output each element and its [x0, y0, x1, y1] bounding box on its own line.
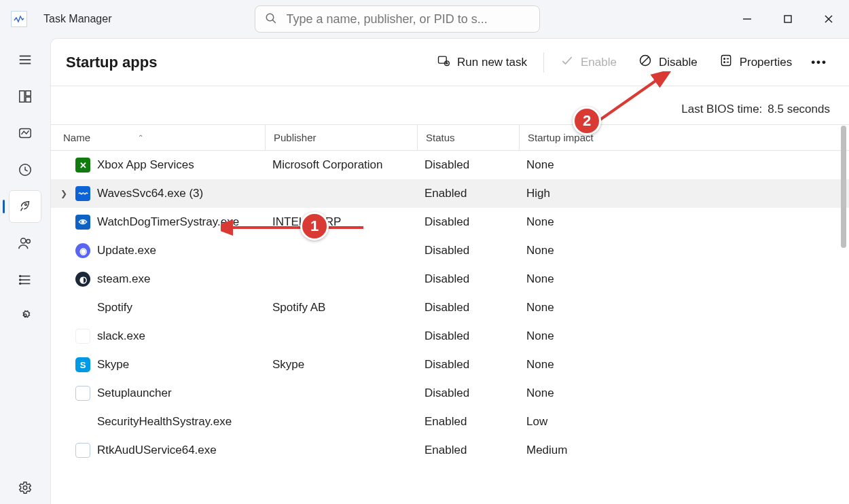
nav-services[interactable] [9, 300, 41, 333]
table-row[interactable]: ▭SetuplauncherDisabledNone [51, 379, 849, 408]
row-status: Disabled [418, 386, 520, 400]
row-impact: None [520, 386, 621, 400]
chevron-right-icon[interactable]: ❯ [59, 189, 69, 198]
row-name: SecurityHealthSystray.exe [97, 415, 232, 429]
disable-button[interactable]: Disable [629, 48, 707, 76]
app-row-icon: ◐ [75, 272, 90, 287]
bios-label: Last BIOS time: [681, 103, 762, 116]
table-row[interactable]: 🛡SecurityHealthSystray.exeEnabledLow [51, 408, 849, 436]
row-status: Disabled [418, 329, 520, 343]
table-row[interactable]: ▭RtkAudUService64.exeEnabledMedium [51, 436, 849, 465]
row-name: Xbox App Services [97, 158, 194, 172]
minimize-button[interactable] [727, 0, 767, 38]
row-publisher: Skype [266, 358, 418, 372]
row-name: WavesSvc64.exe (3) [97, 187, 203, 200]
svg-point-14 [25, 204, 27, 206]
enable-label: Enable [581, 56, 617, 69]
more-button[interactable]: ••• [804, 50, 834, 75]
scrollbar[interactable] [841, 126, 846, 248]
table-row[interactable]: ⁜slack.exeDisabledNone [51, 322, 849, 350]
row-status: Disabled [418, 358, 520, 372]
column-name[interactable]: Name ⌃ [51, 125, 266, 150]
search-box[interactable] [255, 5, 540, 33]
row-name: Update.exe [97, 244, 156, 257]
svg-point-32 [723, 58, 725, 60]
row-status: Enabled [418, 444, 520, 457]
table-row[interactable]: ◐steam.exeDisabledNone [51, 265, 849, 293]
app-row-icon: ◉ [75, 243, 90, 258]
window-title: Task Manager [43, 13, 112, 25]
window-controls [727, 0, 849, 38]
svg-point-33 [723, 62, 725, 63]
row-impact: None [520, 301, 621, 314]
column-status[interactable]: Status [418, 125, 520, 150]
row-impact: None [520, 358, 621, 372]
svg-rect-31 [721, 56, 730, 66]
nav-users[interactable] [9, 227, 41, 259]
startup-grid: Name ⌃ Publisher Status Startup impact ✕… [51, 124, 849, 504]
grid-header: Name ⌃ Publisher Status Startup impact [51, 124, 849, 151]
app-row-icon: ▭ [75, 443, 90, 458]
table-row[interactable]: 👁WatchDogTimerSystray.exeINTEL CORPDisab… [51, 208, 849, 236]
row-publisher: INTEL CORP [266, 215, 418, 229]
row-publisher: Microsoft Corporation [266, 158, 418, 172]
row-status: Disabled [418, 272, 520, 286]
check-icon [560, 54, 574, 71]
app-icon [11, 11, 27, 27]
hamburger-menu[interactable] [9, 43, 41, 76]
app-row-icon: S [75, 357, 90, 372]
app-row-icon: ▭ [75, 386, 90, 401]
bios-time: Last BIOS time: 8.5 seconds [51, 86, 849, 124]
row-impact: None [520, 329, 621, 343]
app-row-icon: 👁 [75, 215, 90, 230]
page-title: Startup apps [66, 54, 157, 71]
run-new-task-button[interactable]: Run new task [427, 48, 537, 76]
svg-point-16 [26, 240, 31, 244]
row-name: Skype [97, 358, 129, 372]
svg-point-0 [266, 14, 274, 21]
nav-performance[interactable] [9, 117, 41, 149]
nav-details[interactable] [9, 264, 41, 296]
nav-startup-apps[interactable] [9, 190, 41, 223]
properties-button[interactable]: Properties [710, 48, 801, 76]
svg-line-1 [272, 20, 276, 23]
svg-point-15 [21, 238, 26, 243]
properties-icon [719, 54, 733, 71]
app-row-icon [75, 300, 90, 315]
svg-point-24 [23, 486, 27, 490]
disable-label: Disable [659, 56, 698, 69]
column-impact[interactable]: Startup impact [520, 125, 621, 150]
nav-processes[interactable] [9, 80, 41, 113]
row-status: Disabled [418, 158, 520, 172]
close-button[interactable] [808, 0, 849, 38]
row-status: Disabled [418, 301, 520, 314]
table-row[interactable]: ◉Update.exeDisabledNone [51, 236, 849, 265]
sort-indicator-icon: ⌃ [138, 134, 143, 141]
column-publisher[interactable]: Publisher [266, 125, 418, 150]
svg-rect-10 [26, 91, 31, 96]
row-impact: Medium [520, 444, 621, 457]
table-row[interactable]: ❯〰WavesSvc64.exe (3)EnabledHigh [51, 179, 849, 208]
run-new-task-icon [437, 54, 450, 71]
svg-rect-11 [26, 97, 31, 102]
app-row-icon: ⁜ [75, 329, 90, 344]
search-icon [265, 12, 277, 26]
row-impact: Low [520, 415, 621, 429]
nav-app-history[interactable] [9, 154, 41, 186]
row-name: RtkAudUService64.exe [97, 444, 217, 457]
toolbar-separator [543, 52, 544, 73]
main-panel: Startup apps Run new task Enable Disable [50, 38, 849, 504]
table-row[interactable]: SpotifySpotify ABDisabledNone [51, 293, 849, 322]
settings-button[interactable] [9, 471, 41, 504]
maximize-button[interactable] [767, 0, 808, 38]
row-impact: None [520, 272, 621, 286]
table-row[interactable]: ✕Xbox App ServicesMicrosoft CorporationD… [51, 151, 849, 179]
row-name: Spotify [97, 301, 132, 314]
row-status: Enabled [418, 187, 520, 200]
row-impact: None [520, 158, 621, 172]
table-row[interactable]: SSkypeSkypeDisabledNone [51, 350, 849, 379]
row-name: steam.exe [97, 272, 150, 286]
svg-rect-3 [784, 16, 791, 22]
row-impact: None [520, 215, 621, 229]
search-input[interactable] [287, 12, 530, 26]
